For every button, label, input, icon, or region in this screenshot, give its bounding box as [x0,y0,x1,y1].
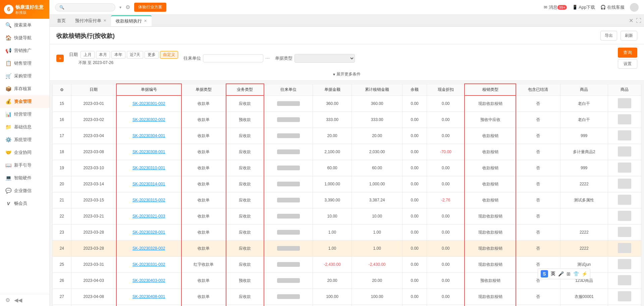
row-num: 27 [53,289,71,305]
sidebar-item-purchase[interactable]: 🛒 采购管理 [0,70,49,82]
sidebar-item-hardware[interactable]: 💻 智能硬件 [0,172,49,184]
watermark-grid-icon: ⊞ [567,271,571,277]
row-bill-no: SK-20230301-002 [116,96,181,112]
user-avatar[interactable] [630,3,639,12]
bill-no-link[interactable]: SK-20230331-002 [132,262,165,267]
row-num: 22 [53,208,71,224]
sidebar-item-label: 快捷导航 [14,35,32,41]
row-biz-type: 应收款 [226,128,264,144]
col-date: 日期 [71,84,116,96]
row-write-off-type: 现款收款核销 [465,96,516,112]
row-biz-type: 应收款 [226,305,264,306]
row-write-off-type: 预收款核销 [465,272,516,289]
topbar-gear-icon[interactable]: ⚙ [125,4,130,10]
industry-btn[interactable]: 体验行业方案 [134,3,166,12]
settings-bottom-icon[interactable]: ⚙ [5,297,10,303]
row-num: 21 [53,192,71,208]
table-row: 17 2023-03-04 SK-20230304-001 收款单 应收款 ██… [53,128,641,144]
row-incl: 否 [516,128,560,144]
row-discount: 0.00 [427,240,465,256]
this-month-btn[interactable]: 本月 [96,51,110,59]
custom-btn[interactable]: 自定义 [160,51,178,59]
watermark-shirt-icon: 👕 [573,271,579,277]
bill-no-link[interactable]: SK-20230328-002 [132,246,165,251]
table-row: 18 2023-03-08 SK-20230308-001 收款单 应收款 ██… [53,144,641,160]
row-bill-type: 收款单 [181,272,226,289]
sidebar-item-wechat[interactable]: 💬 企业微信 [0,184,49,197]
sidebar-item-inventory[interactable]: 📦 库存核算 [0,82,49,95]
bill-no-link[interactable]: SK-20230310-001 [132,166,165,170]
expand-conditions-btn[interactable]: ▾ 展开更多条件 [333,71,361,77]
sidebar-item-enterprise[interactable]: 🤝 企业协同 [0,146,49,159]
logo-icon: 6 [4,5,13,14]
counterpart-input[interactable] [203,54,263,62]
sidebar-item-quick[interactable]: 🏠 快捷导航 [0,32,49,44]
topbar-chevron-icon[interactable]: ▾ [119,5,121,10]
row-goods1: 2222 [560,240,608,256]
sidebar-item-sales[interactable]: 📋 销售管理 [0,57,49,70]
bill-no-link[interactable]: SK-20230304-001 [132,133,165,138]
sidebar-item-finance[interactable]: 💰 资金管理 [0,95,49,108]
bill-no-link[interactable]: SK-20230403-002 [132,278,165,283]
guide-icon: 📖 [5,162,11,168]
row-bill-no: SK-20230403-002 [116,272,181,289]
refresh-btn[interactable]: 刷新 [621,31,637,41]
query-btn[interactable]: 查询 [618,48,637,58]
bill-no-link[interactable]: SK-20230408-001 [132,294,165,299]
row-balance: 0.00 [402,289,427,305]
row-written-off: 20.00 [352,272,402,289]
bill-no-link[interactable]: SK-20230301-002 [132,101,165,106]
close-tab-icon[interactable]: ✕ [629,17,633,24]
messages-label[interactable]: ✉ 消息 99+ [544,4,567,10]
expand-tab-icon[interactable]: ⛶ [636,18,641,24]
row-bill-type: 收款单 [181,192,226,208]
collapse-icon[interactable]: ◀◀ [14,297,22,303]
filter-toggle-btn[interactable]: » [56,55,64,62]
sidebar-item-operation[interactable]: 📊 经营管理 [0,108,49,121]
table-row: 23 2023-03-28 SK-20230328-001 收款单 应收款 ██… [53,224,641,240]
bill-no-link[interactable]: SK-20230314-001 [132,182,165,186]
tab-receipt-close[interactable]: ✕ [144,19,147,23]
this-year-btn[interactable]: 本年 [111,51,125,59]
bill-no-link[interactable]: SK-20230308-001 [132,149,165,154]
bill-no-link[interactable]: SK-20230315-002 [132,198,165,202]
app-download-label[interactable]: 📱 App下载 [572,4,595,10]
row-counterpart: ████████ [264,192,313,208]
more-btn[interactable]: 更多 [145,51,159,59]
sidebar-item-marketing[interactable]: 📢 营销推广 [0,44,49,57]
sidebar-item-member[interactable]: V 畅会员 [0,197,49,210]
row-bill-no: SK-20230308-001 [116,144,181,160]
row-written-off: 100.00 [352,305,402,306]
sidebar-item-system[interactable]: ⚙️ 系统管理 [0,133,49,146]
prev-month-btn[interactable]: 上月 [80,51,95,59]
row-written-off: 100.00 [352,289,402,305]
filter-settings-btn[interactable]: 设置 [618,59,637,69]
row-bill-type: 收款单 [181,289,226,305]
page-title: 收款核销执行(按收款) [56,32,115,40]
phone-icon: 📱 [572,5,578,10]
topbar-search[interactable]: 🔍 [55,3,115,11]
sidebar-item-guide[interactable]: 📖 新手引导 [0,159,49,172]
sidebar-item-search[interactable]: 🔍 搜索菜单 [0,19,49,32]
tab-prepay-close[interactable]: ✕ [103,18,106,23]
tab-receipt[interactable]: 收款核销执行 ✕ [111,15,152,26]
row-discount: 0.00 [427,176,465,192]
export-btn[interactable]: 导出 [600,31,617,41]
tab-prepay[interactable]: 预付冲应付单 ✕ [70,16,111,26]
col-settings[interactable]: ⚙ [53,84,71,96]
row-num: 18 [53,144,71,160]
bill-type-select[interactable] [294,54,355,63]
right-action-btns: 查询 设置 [618,48,637,69]
sidebar-item-basic[interactable]: 📁 基础信息 [0,121,49,133]
online-service-label[interactable]: 🎧 在线客服 [600,4,625,10]
bill-type-filter: 单据类型 [275,54,355,63]
tab-home[interactable]: 首页 [52,16,70,26]
row-written-off: 10.00 [352,208,402,224]
bill-no-link[interactable]: SK-20230321-003 [132,214,165,219]
row-biz-type: 应收款 [226,256,264,272]
bill-no-link[interactable]: SK-20230302-002 [132,117,165,122]
recent7-btn[interactable]: 近7天 [127,51,143,59]
bill-no-link[interactable]: SK-20230328-001 [132,230,165,235]
table-row: 27 2023-04-08 SK-20230408-001 收款单 应收款 ██… [53,289,641,305]
main-content: 🔍 ▾ ⚙ 体验行业方案 ✉ 消息 99+ 📱 App下载 🎧 在线客服 [50,0,644,306]
